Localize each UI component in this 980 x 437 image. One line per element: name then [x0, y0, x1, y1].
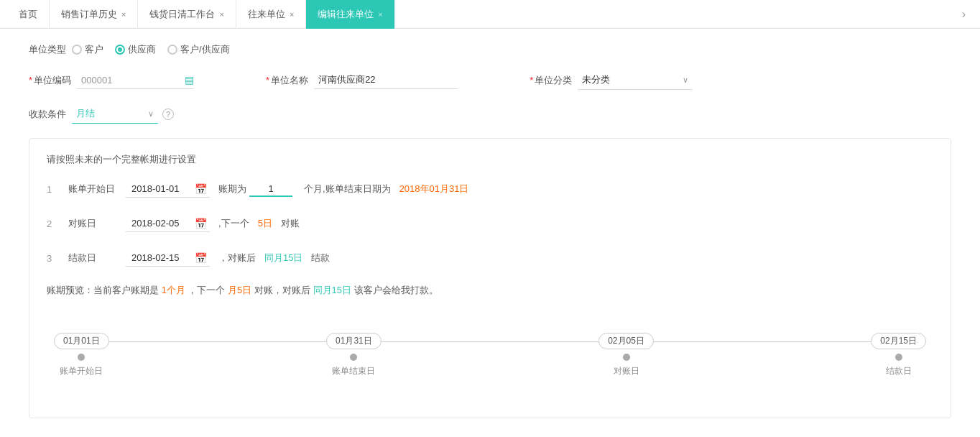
tab-home-label: 首页: [19, 8, 37, 21]
preview-label: 账期预览：当前客户账期是: [47, 285, 159, 295]
timeline-node-1: 01月01日 账单开始日: [54, 333, 109, 377]
tab-cash-work[interactable]: 钱货日清工作台 ×: [138, 0, 236, 29]
unit-class-value: 未分类: [582, 73, 680, 86]
radio-both-label: 客户/供应商: [180, 43, 230, 56]
row-1-end-date: 2018年01月31日: [399, 183, 469, 196]
radio-customer[interactable]: 客户: [72, 43, 103, 56]
row-2-desc-after: 对账: [281, 217, 300, 230]
row-1-desc-after: 个月,账单结束日期为: [304, 183, 391, 196]
radio-customer-label: 客户: [85, 43, 103, 56]
unit-code-input[interactable]: [77, 72, 185, 88]
payment-dropdown[interactable]: 月结 ∨: [72, 104, 158, 124]
preview-1m: 1个月: [162, 285, 185, 295]
unit-code-input-wrap: ▤: [77, 72, 194, 89]
row-2-5th: 5日: [258, 217, 272, 230]
timeline-tag-4: 02月15日: [871, 333, 926, 349]
settings-section: 请按照未来的一个完整帐期进行设置 1 账单开始日 📅 账期为 个月,账单结束日期…: [29, 138, 951, 418]
tab-sales-history[interactable]: 销售订单历史 ×: [50, 0, 138, 29]
payment-help-icon[interactable]: ?: [162, 109, 174, 120]
timeline-nodes: 01月01日 账单开始日 01月31日 账单结束日 02月05日 对账日: [54, 333, 926, 377]
period-input[interactable]: [249, 182, 292, 197]
unit-class-star: *: [530, 75, 533, 86]
tab-partner-label: 往来单位: [248, 8, 285, 21]
row-3-num: 3: [47, 253, 68, 264]
tab-sales-history-label: 销售订单历史: [61, 8, 117, 21]
row-3-desc-before: ，对账后: [218, 252, 256, 264]
settlement-date-input[interactable]: [129, 251, 193, 264]
unit-type-radio-group: 客户 供应商 客户/供应商: [72, 43, 230, 56]
tab-more-button[interactable]: ›: [955, 8, 973, 21]
row-2-desc-before: ,下一个: [218, 217, 249, 230]
unit-class-arrow: ∨: [683, 75, 688, 85]
tab-edit-partner-close[interactable]: ×: [378, 10, 382, 19]
payment-group: 收款条件 月结 ∨ ?: [29, 104, 174, 124]
section-instruction: 请按照未来的一个完整帐期进行设置: [47, 153, 933, 166]
radio-supplier[interactable]: 供应商: [115, 43, 156, 56]
start-date-input-wrap: 📅: [126, 180, 210, 198]
payment-arrow: ∨: [148, 109, 154, 119]
preview-sep1: ，下一个: [188, 285, 225, 295]
settlement-date-cal-icon[interactable]: 📅: [195, 252, 207, 264]
row-1-desc-before: 账期为: [218, 183, 246, 196]
preview-sep2: 对账，对账后: [254, 285, 310, 295]
tab-cash-work-label: 钱货日清工作台: [149, 8, 215, 21]
timeline-label-1: 账单开始日: [60, 365, 103, 377]
unit-code-label: 单位编码: [34, 74, 71, 87]
settlement-date-row: 3 结款日 📅 ，对账后 同月15日 结款: [47, 249, 933, 267]
reconcile-date-input[interactable]: [129, 216, 193, 230]
preview-15th: 同月15日: [313, 285, 351, 295]
start-date-cal-icon[interactable]: 📅: [195, 183, 207, 195]
tab-edit-partner-label: 编辑往来单位: [318, 8, 374, 21]
reconcile-date-input-wrap: 📅: [126, 215, 210, 232]
timeline-dot-4: [895, 354, 902, 361]
settlement-date-input-wrap: 📅: [126, 249, 210, 267]
row-3-15th: 同月15日: [264, 252, 302, 264]
row-2-label: 对账日: [68, 217, 126, 230]
main-content: 单位类型 客户 供应商 客户/供应商 * 单位编码: [0, 29, 980, 437]
unit-name-group: * 单位名称: [266, 72, 458, 89]
unit-code-star: *: [29, 75, 32, 86]
unit-code-icon[interactable]: ▤: [185, 74, 194, 86]
start-date-input[interactable]: [129, 182, 193, 196]
timeline-node-4: 02月15日 结款日: [871, 333, 926, 377]
tab-sales-history-close[interactable]: ×: [121, 10, 126, 19]
row-1-num: 1: [47, 184, 68, 195]
unit-class-label: 单位分类: [535, 74, 572, 87]
radio-customer-circle: [72, 45, 82, 55]
timeline-dot-2: [350, 354, 357, 361]
tab-partner[interactable]: 往来单位 ×: [236, 0, 306, 29]
radio-supplier-circle: [115, 45, 125, 55]
timeline-dot-3: [623, 354, 630, 361]
tab-bar: 首页 销售订单历史 × 钱货日清工作台 × 往来单位 × 编辑往来单位 × ›: [0, 0, 980, 29]
row-3-desc-after: 结款: [311, 252, 330, 264]
row-2-num: 2: [47, 218, 68, 229]
payment-label: 收款条件: [29, 108, 66, 121]
timeline-tag-3: 02月05日: [598, 333, 654, 349]
preview-section: 账期预览：当前客户账期是 1个月 ，下一个 月5日 对账，对账后 同月15日 该…: [47, 284, 933, 297]
unit-name-label: 单位名称: [271, 74, 308, 87]
payment-value: 月结: [76, 107, 145, 120]
timeline-node-2: 01月31日 账单结束日: [326, 333, 382, 377]
timeline-tag-2: 01月31日: [326, 333, 382, 349]
timeline-tag-1: 01月01日: [54, 333, 109, 349]
tab-home[interactable]: 首页: [7, 0, 50, 29]
unit-class-dropdown[interactable]: 未分类 ∨: [578, 70, 693, 90]
radio-both[interactable]: 客户/供应商: [167, 43, 230, 56]
unit-name-star: *: [266, 75, 269, 86]
tab-partner-close[interactable]: ×: [290, 10, 294, 19]
unit-class-group: * 单位分类 未分类 ∨: [530, 70, 693, 90]
unit-name-input[interactable]: [314, 72, 458, 89]
unit-code-group: * 单位编码 ▤: [29, 72, 194, 89]
timeline-label-4: 结款日: [886, 365, 912, 377]
tab-cash-work-close[interactable]: ×: [219, 10, 223, 19]
tab-edit-partner[interactable]: 编辑往来单位 ×: [306, 0, 394, 29]
unit-info-row: * 单位编码 ▤ * 单位名称 * 单位分类 未分类 ∨: [29, 70, 951, 90]
reconcile-date-cal-icon[interactable]: 📅: [195, 218, 207, 229]
preview-5th: 月5日: [228, 285, 251, 295]
timeline-label-3: 对账日: [614, 365, 639, 377]
reconcile-date-row: 2 对账日 📅 ,下一个 5日 对账: [47, 215, 933, 232]
radio-supplier-label: 供应商: [128, 43, 156, 56]
timeline-label-2: 账单结束日: [332, 365, 375, 377]
unit-type-group: 单位类型 客户 供应商 客户/供应商: [29, 43, 230, 56]
row-1-label: 账单开始日: [68, 183, 126, 196]
